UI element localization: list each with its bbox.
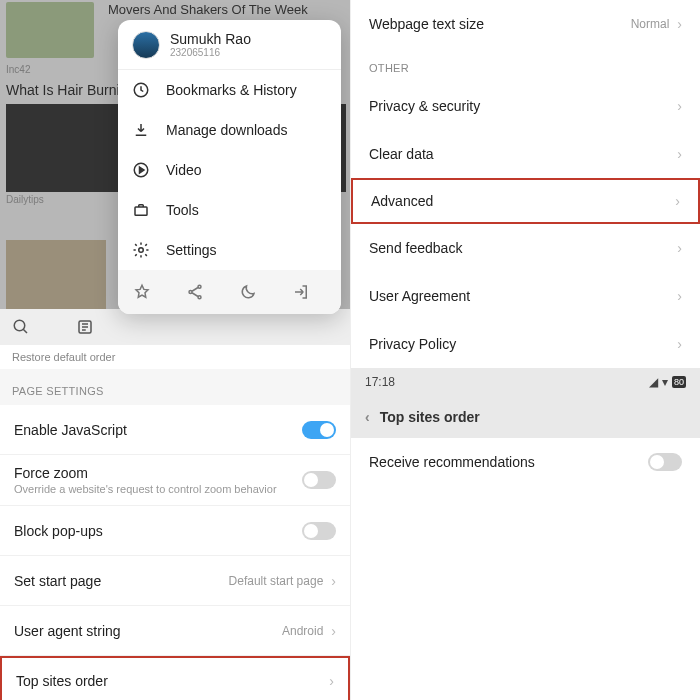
- row-privacy-security[interactable]: Privacy & security ›: [351, 82, 700, 130]
- news-thumb: [6, 2, 94, 58]
- menu-bookmarks[interactable]: Bookmarks & History: [118, 70, 341, 110]
- menu-label: Bookmarks & History: [166, 82, 297, 98]
- row-force-zoom[interactable]: Force zoom Override a website's request …: [0, 455, 350, 506]
- row-label: Privacy Policy: [369, 336, 677, 352]
- row-label: Force zoom: [14, 465, 302, 481]
- exit-icon[interactable]: [292, 283, 310, 301]
- chevron-right-icon: ›: [331, 623, 336, 639]
- section-header-other: OTHER: [351, 48, 700, 82]
- status-time: 17:18: [365, 375, 395, 389]
- row-user-agreement[interactable]: User Agreement ›: [351, 272, 700, 320]
- chevron-right-icon: ›: [677, 336, 682, 352]
- svg-point-5: [139, 248, 144, 253]
- row-top-sites-order[interactable]: Top sites order ›: [0, 656, 350, 700]
- row-send-feedback[interactable]: Send feedback ›: [351, 224, 700, 272]
- menu-settings[interactable]: Settings: [118, 230, 341, 270]
- row-enable-javascript[interactable]: Enable JavaScript: [0, 405, 350, 455]
- chevron-right-icon: ›: [329, 673, 334, 689]
- user-profile-row[interactable]: Sumukh Rao 232065116: [118, 20, 341, 70]
- app-bar: ‹ Top sites order: [351, 396, 700, 438]
- row-label: Enable JavaScript: [14, 422, 302, 438]
- briefcase-icon: [132, 201, 150, 219]
- user-id: 232065116: [170, 47, 251, 58]
- chevron-right-icon: ›: [677, 98, 682, 114]
- row-label: Top sites order: [16, 673, 329, 689]
- row-set-start-page[interactable]: Set start page Default start page ›: [0, 556, 350, 606]
- row-advanced[interactable]: Advanced ›: [351, 178, 700, 224]
- menu-tools[interactable]: Tools: [118, 190, 341, 230]
- play-icon: [132, 161, 150, 179]
- bottom-nav: [0, 309, 350, 345]
- toggle[interactable]: [302, 421, 336, 439]
- battery-icon: 80: [672, 376, 686, 388]
- search-icon[interactable]: [12, 318, 30, 336]
- star-icon[interactable]: [133, 283, 151, 301]
- wifi-icon: ▾: [662, 375, 668, 389]
- row-label: Privacy & security: [369, 98, 677, 114]
- main-menu-popup: Sumukh Rao 232065116 Bookmarks & History…: [118, 20, 341, 314]
- row-webpage-text-size[interactable]: Webpage text size Normal ›: [351, 0, 700, 48]
- moon-icon[interactable]: [239, 283, 257, 301]
- news-source: Inc42: [6, 64, 30, 75]
- toggle[interactable]: [648, 453, 682, 471]
- chevron-right-icon: ›: [677, 240, 682, 256]
- chevron-right-icon: ›: [675, 193, 680, 209]
- toggle[interactable]: [302, 471, 336, 489]
- row-label: Block pop-ups: [14, 523, 302, 539]
- news-headline: Movers And Shakers Of The Week: [108, 2, 340, 17]
- download-icon: [132, 121, 150, 139]
- row-value: Normal: [631, 17, 670, 31]
- gear-icon: [132, 241, 150, 259]
- row-clear-data[interactable]: Clear data ›: [351, 130, 700, 178]
- svg-rect-4: [135, 207, 147, 215]
- row-value: Default start page: [229, 574, 324, 588]
- row-privacy-policy[interactable]: Privacy Policy ›: [351, 320, 700, 368]
- news-icon[interactable]: [76, 318, 94, 336]
- section-header: PAGE SETTINGS: [0, 369, 350, 405]
- row-label: Set start page: [14, 573, 229, 589]
- page-title: Top sites order: [380, 409, 480, 425]
- share-icon[interactable]: [186, 283, 204, 301]
- menu-downloads[interactable]: Manage downloads: [118, 110, 341, 150]
- back-icon[interactable]: ‹: [365, 409, 370, 425]
- row-block-popups[interactable]: Block pop-ups: [0, 506, 350, 556]
- restore-default-order[interactable]: Restore default order: [0, 345, 350, 369]
- menu-video[interactable]: Video: [118, 150, 341, 190]
- row-label: User agent string: [14, 623, 282, 639]
- svg-point-7: [189, 291, 192, 294]
- row-label: Advanced: [371, 193, 675, 209]
- svg-point-0: [14, 320, 25, 331]
- row-label: Send feedback: [369, 240, 677, 256]
- svg-point-6: [198, 285, 201, 288]
- status-bar: 17:18 ◢ ▾ 80: [351, 368, 700, 396]
- chevron-right-icon: ›: [677, 288, 682, 304]
- news-thumb-3: [6, 240, 106, 310]
- clock-icon: [132, 81, 150, 99]
- menu-label: Tools: [166, 202, 199, 218]
- row-label: Webpage text size: [369, 16, 631, 32]
- row-subtitle: Override a website's request to control …: [14, 483, 302, 495]
- menu-label: Video: [166, 162, 202, 178]
- user-name: Sumukh Rao: [170, 31, 251, 47]
- svg-point-8: [198, 296, 201, 299]
- row-label: Clear data: [369, 146, 677, 162]
- avatar: [132, 31, 160, 59]
- chevron-right-icon: ›: [331, 573, 336, 589]
- row-user-agent[interactable]: User agent string Android ›: [0, 606, 350, 656]
- chevron-right-icon: ›: [677, 146, 682, 162]
- menu-label: Settings: [166, 242, 217, 258]
- toggle[interactable]: [302, 522, 336, 540]
- chevron-right-icon: ›: [677, 16, 682, 32]
- signal-icon: ◢: [649, 375, 658, 389]
- row-label: User Agreement: [369, 288, 677, 304]
- menu-label: Manage downloads: [166, 122, 287, 138]
- row-value: Android: [282, 624, 323, 638]
- row-receive-recommendations[interactable]: Receive recommendations: [351, 438, 700, 486]
- row-label: Receive recommendations: [369, 454, 648, 470]
